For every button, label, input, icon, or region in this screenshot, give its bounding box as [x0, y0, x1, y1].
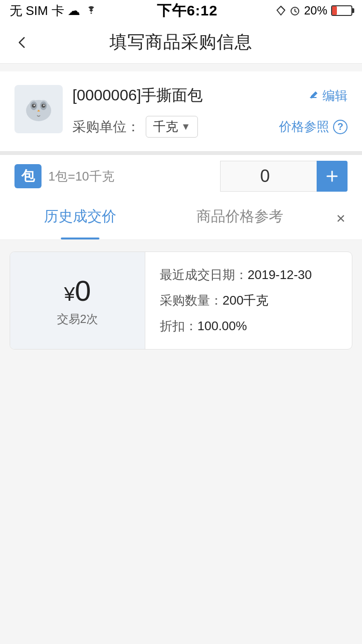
plus-icon [324, 168, 340, 184]
wifi-icon [84, 5, 98, 16]
quantity-plus-button[interactable] [317, 161, 348, 192]
svg-point-10 [34, 105, 35, 106]
help-icon: ? [333, 120, 348, 134]
svg-point-11 [43, 105, 45, 106]
edit-button[interactable]: 编辑 [309, 87, 348, 104]
purchase-qty-value: 200千克 [223, 293, 268, 308]
battery-fill [332, 6, 337, 15]
product-thumbnail [14, 85, 63, 133]
price-detail-right: 最近成交日期：2019-12-30 采购数量：200千克 折扣：100.00% [145, 252, 352, 349]
page-title: 填写商品采购信息 [110, 30, 252, 54]
sim-label: 无 SIM 卡 ☁ [10, 2, 80, 19]
recent-date-value: 2019-12-30 [248, 267, 312, 282]
product-card: [0000006]手撕面包 编辑 采购单位： 千克 ▼ 价格参照 [0, 71, 362, 151]
price-card-container: ¥0 交易2次 最近成交日期：2019-12-30 采购数量：200千克 折扣：… [0, 240, 362, 361]
main-content: ¥0 交易2次 最近成交日期：2019-12-30 采购数量：200千克 折扣：… [0, 240, 362, 578]
location-icon [276, 5, 286, 16]
quantity-input[interactable] [220, 161, 317, 192]
price-summary-left: ¥0 交易2次 [10, 252, 145, 349]
quantity-input-group [220, 161, 348, 192]
price-amount: ¥0 [64, 274, 91, 308]
nav-bar: 填写商品采购信息 [0, 21, 362, 64]
currency-symbol: ¥ [64, 283, 75, 305]
recent-date-label: 最近成交日期： [160, 267, 248, 282]
status-right: 20% [276, 4, 352, 17]
price-card: ¥0 交易2次 最近成交日期：2019-12-30 采购数量：200千克 折扣：… [10, 252, 352, 350]
recent-date-row: 最近成交日期：2019-12-30 [160, 266, 337, 284]
discount-row: 折扣：100.00% [160, 317, 337, 336]
status-bar: 无 SIM 卡 ☁ 下午6:12 20% [0, 0, 362, 21]
alarm-icon [290, 5, 300, 16]
purchase-qty-label: 采购数量： [160, 293, 223, 308]
battery-percent: 20% [304, 4, 327, 17]
discount-label: 折扣： [160, 319, 197, 333]
tab-active-indicator [61, 238, 99, 239]
unit-info: 包 1包=10千克 [14, 164, 114, 188]
section-divider [0, 151, 362, 155]
price-reference-button[interactable]: 价格参照 ? [279, 118, 348, 135]
purchase-qty-row: 采购数量：200千克 [160, 291, 337, 310]
discount-value: 100.00% [197, 319, 247, 333]
unit-label: 采购单位： [72, 118, 140, 136]
svg-line-2 [295, 11, 296, 12]
quantity-row: 包 1包=10千克 [0, 155, 362, 197]
trade-count: 交易2次 [57, 311, 98, 327]
status-time: 下午6:12 [157, 1, 218, 21]
status-left: 无 SIM 卡 ☁ [10, 2, 98, 19]
close-button[interactable]: × [320, 197, 362, 239]
product-info: [0000006]手撕面包 编辑 采购单位： 千克 ▼ 价格参照 [72, 85, 348, 138]
product-logo-icon [22, 92, 56, 126]
unit-value: 千克 [153, 118, 178, 135]
unit-description: 1包=10千克 [48, 168, 114, 185]
unit-box: 包 [14, 164, 42, 188]
product-name: [0000006]手撕面包 [72, 85, 203, 106]
unit-select[interactable]: 千克 ▼ [146, 116, 198, 138]
edit-icon [309, 90, 320, 101]
chevron-down-icon: ▼ [181, 121, 191, 132]
battery-icon [331, 5, 352, 16]
tab-product-price-ref[interactable]: 商品价格参考 [160, 197, 320, 239]
tabs-bar: 历史成交价 商品价格参考 × [0, 197, 362, 240]
back-button[interactable] [12, 32, 33, 53]
tab-history-price[interactable]: 历史成交价 [0, 197, 160, 239]
